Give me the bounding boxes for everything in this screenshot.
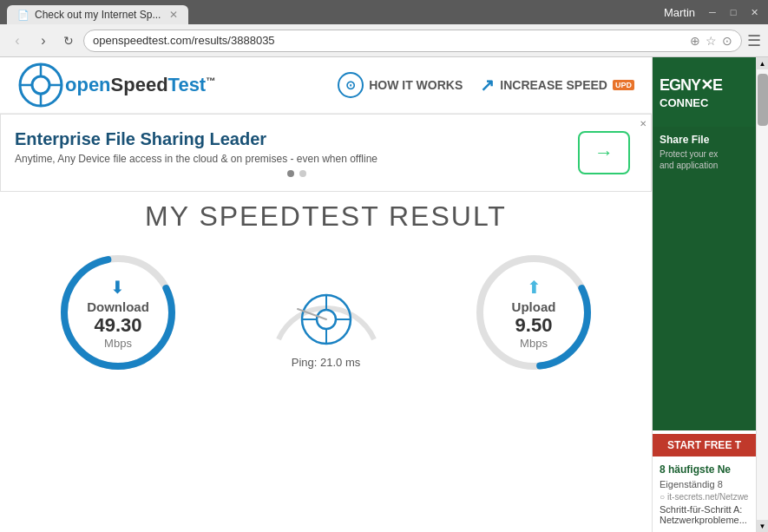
browser-tab[interactable]: 📄 Check out my Internet Sp... ✕ xyxy=(7,5,188,24)
logo-container: openSpeedTest™ xyxy=(17,62,215,109)
upload-meter: ⬆ Upload 9.50 Mbps xyxy=(471,250,597,376)
logo-open: open xyxy=(65,74,111,95)
menu-icon[interactable]: ☰ xyxy=(747,31,761,50)
page-content: openSpeedTest™ ⊙ HOW IT WORKS ↗ INCREASE… xyxy=(0,57,768,532)
increase-speed-link[interactable]: ↗ INCREASE SPEED UPD xyxy=(480,75,634,95)
download-meter: ⬇ Download 49.30 Mbps xyxy=(56,250,181,376)
window-controls: ─ □ ✕ xyxy=(706,5,761,19)
download-circle: ⬇ Download 49.30 Mbps xyxy=(56,250,181,376)
how-it-works-link[interactable]: ⊙ HOW IT WORKS xyxy=(338,72,463,98)
how-it-works-label: HOW IT WORKS xyxy=(369,78,463,92)
download-unit: Mbps xyxy=(87,337,149,350)
share-sub2: and application xyxy=(660,161,749,170)
arrow-up-icon: ↗ xyxy=(480,75,495,95)
egnyte-connect: CONNEC xyxy=(660,96,749,109)
translate-icon: ⊕ xyxy=(690,34,700,48)
scroll-track xyxy=(757,69,768,520)
svg-point-1 xyxy=(32,76,49,94)
logo-speedtest: SpeedTest™ xyxy=(111,74,216,95)
ping-label: Ping: 21.0 ms xyxy=(292,356,361,369)
back-button[interactable]: ‹ xyxy=(7,30,28,51)
browser-toolbar-icons: ☰ xyxy=(747,31,761,50)
sidebar-links: 8 häufigste Ne Eigenständig 8 ○ it-secre… xyxy=(653,456,756,532)
scroll-up-button[interactable]: ▲ xyxy=(757,57,768,69)
url-bar[interactable]: openspeedtest.com/results/3888035 ⊕ ☆ ⊙ xyxy=(83,30,742,52)
main-area: openSpeedTest™ ⊙ HOW IT WORKS ↗ INCREASE… xyxy=(0,57,652,532)
speedometer-icon: ⊙ xyxy=(338,72,364,98)
share-title: Share File xyxy=(660,134,749,146)
ping-meter: Ping: 21.0 ms xyxy=(257,257,396,369)
close-button[interactable]: ✕ xyxy=(747,5,761,19)
minimize-button[interactable]: ─ xyxy=(706,5,719,19)
sidebar-ad-green: Share File Protect your ex and applicati… xyxy=(653,127,756,430)
scrollbar[interactable]: ▲ ▼ xyxy=(756,57,768,532)
star-icon[interactable]: ☆ xyxy=(706,34,717,48)
user-name-label: Martin xyxy=(664,6,695,19)
maximize-button[interactable]: □ xyxy=(726,5,740,19)
scroll-down-button[interactable]: ▼ xyxy=(757,520,768,532)
forward-button[interactable]: › xyxy=(33,30,54,51)
nav-links: ⊙ HOW IT WORKS ↗ INCREASE SPEED UPD xyxy=(338,72,634,98)
meters-row: ⬇ Download 49.30 Mbps xyxy=(0,250,652,376)
reload-button[interactable]: ↻ xyxy=(59,31,78,50)
tab-area: 📄 Check out my Internet Sp... ✕ xyxy=(7,0,188,24)
scroll-thumb[interactable] xyxy=(758,74,768,126)
upload-icon: ⬆ xyxy=(512,277,556,298)
sidebar-link-title: 8 häufigste Ne xyxy=(660,463,749,476)
tab-title: Check out my Internet Sp... xyxy=(35,9,161,21)
download-value: 49.30 xyxy=(87,314,149,337)
ad-banner: Enterprise File Sharing Leader Anytime, … xyxy=(0,114,652,192)
sidebar-link-sub: Eigenständig 8 xyxy=(660,479,749,489)
ad-arrow-button[interactable]: → xyxy=(578,131,630,174)
source-url: it-secrets.net/Netzwe xyxy=(667,492,748,502)
titlebar: 📄 Check out my Internet Sp... ✕ Martin ─… xyxy=(0,0,768,24)
tab-close-button[interactable]: ✕ xyxy=(169,9,178,21)
upload-circle: ⬆ Upload 9.50 Mbps xyxy=(471,250,597,376)
ad-dots xyxy=(15,170,578,177)
upload-unit: Mbps xyxy=(512,337,556,350)
github-icon[interactable]: ⊙ xyxy=(722,34,732,48)
upload-value: 9.50 xyxy=(512,314,556,337)
speedtest-section: MY SPEEDTEST RESULT xyxy=(0,192,652,250)
source-icon: ○ xyxy=(660,492,665,502)
ping-svg xyxy=(261,257,391,352)
speedtest-title: MY SPEEDTEST RESULT xyxy=(17,200,634,233)
increase-speed-label: INCREASE SPEED xyxy=(500,78,607,92)
logo-icon xyxy=(17,62,65,109)
download-icon: ⬇ xyxy=(87,277,149,298)
site-header: openSpeedTest™ ⊙ HOW IT WORKS ↗ INCREASE… xyxy=(0,57,652,114)
ad-close-button[interactable]: ✕ xyxy=(640,119,647,128)
ad-dot-1[interactable] xyxy=(287,170,294,177)
logo-text: openSpeedTest™ xyxy=(65,74,215,96)
download-inner: ⬇ Download 49.30 Mbps xyxy=(87,277,149,350)
address-icons: ⊕ ☆ ⊙ xyxy=(690,34,732,48)
url-text: openspeedtest.com/results/3888035 xyxy=(93,34,690,47)
upload-inner: ⬆ Upload 9.50 Mbps xyxy=(512,277,556,350)
ad-content: Enterprise File Sharing Leader Anytime, … xyxy=(15,129,578,177)
ad-title: Enterprise File Sharing Leader xyxy=(15,129,578,149)
tab-page-icon: 📄 xyxy=(17,10,30,21)
egnyte-logo: EGNY✕E xyxy=(660,76,749,95)
upd-badge: UPD xyxy=(613,80,634,90)
upload-label: Upload xyxy=(512,299,556,314)
start-free-button[interactable]: START FREE T xyxy=(653,434,756,456)
download-label: Download xyxy=(87,299,149,314)
ad-dot-2[interactable] xyxy=(299,170,306,177)
share-sub: Protect your ex xyxy=(660,149,749,159)
addressbar: ‹ › ↻ openspeedtest.com/results/3888035 … xyxy=(0,24,768,57)
right-sidebar: EGNY✕E CONNEC Share File Protect your ex… xyxy=(652,57,756,532)
sidebar-ad-egnyte: EGNY✕E CONNEC xyxy=(653,57,756,127)
ad-subtitle: Anytime, Any Device file access in the c… xyxy=(15,153,578,165)
sidebar-source: ○ it-secrets.net/Netzwe xyxy=(660,492,749,502)
sidebar-desc: Schritt-für-Schritt A: Netzwerkprobleme.… xyxy=(660,504,749,525)
